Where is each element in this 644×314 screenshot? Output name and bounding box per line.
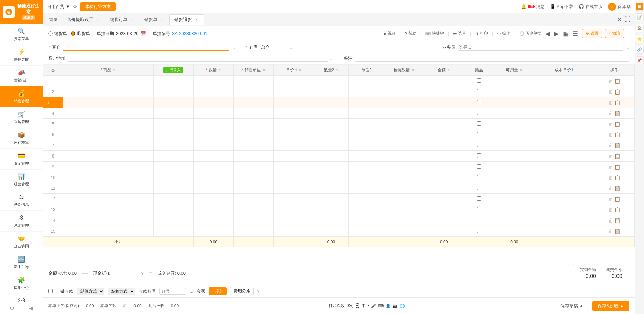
customer-dots[interactable]: ... — [231, 45, 235, 50]
gift-checkbox-1[interactable] — [477, 78, 481, 83]
salesperson-input[interactable] — [458, 44, 624, 51]
row-price-3[interactable] — [274, 97, 314, 108]
row-amount-1[interactable] — [424, 76, 464, 86]
gift-checkbox-13[interactable] — [477, 207, 481, 211]
account-input[interactable] — [159, 288, 186, 295]
copy-row-5[interactable]: 📋 — [614, 121, 620, 127]
copy-row-10[interactable]: 📋 — [614, 175, 620, 180]
copy-row-15[interactable]: 📋 — [614, 229, 620, 234]
copy-row-14[interactable]: 📋 — [614, 218, 620, 223]
sidebar-item-quicknav[interactable]: ⚡ 快捷导航 — [0, 45, 43, 66]
row-pkg-qty-2[interactable] — [384, 86, 424, 97]
history-btn[interactable]: 🕐 历史单据 — [519, 30, 541, 36]
row-qty-1[interactable] — [194, 76, 234, 86]
tab-sales-bill-close[interactable]: × — [159, 17, 165, 22]
right-panel-item-5[interactable]: 🔗 — [636, 46, 644, 54]
delete-row-9[interactable]: 🗑 — [608, 164, 613, 170]
next-doc-btn[interactable]: ▶ — [554, 30, 559, 37]
row-qty2-3[interactable] — [314, 97, 349, 108]
sidebar-collapse-btn[interactable]: ◀ — [29, 305, 33, 311]
gift-checkbox-3[interactable] — [477, 100, 481, 104]
row-qty2-2[interactable] — [314, 86, 349, 97]
tab-home[interactable]: 首页 — [44, 15, 62, 25]
scan-input-btn[interactable]: 扫码录入 — [163, 67, 183, 73]
gift-checkbox-2[interactable] — [477, 89, 481, 93]
doc-number-value[interactable]: SA-20230320-001 — [172, 31, 208, 36]
row-unit2-2[interactable] — [349, 86, 384, 97]
user-menu[interactable]: 人 徐泽华 — [608, 3, 631, 11]
discount-input[interactable] — [113, 271, 140, 276]
row-qty2-1[interactable] — [314, 76, 349, 86]
delete-row-7[interactable]: 🗑 — [608, 143, 613, 148]
row-pkg-qty-1[interactable] — [384, 76, 424, 86]
warehouse-value[interactable]: 总仓 — [260, 44, 286, 51]
row-product-3[interactable] — [63, 97, 153, 108]
logistics-btn[interactable]: + 物流 — [605, 29, 624, 38]
delete-row-8[interactable]: 🗑 — [608, 153, 613, 159]
row-pkg-qty-3[interactable] — [384, 97, 424, 108]
delete-row-1[interactable]: 🗑 — [608, 78, 613, 84]
prev-doc-btn[interactable]: ◀ — [545, 30, 550, 37]
table-settings-icon[interactable]: ⚙ — [51, 68, 55, 73]
row-unit2-3[interactable] — [349, 97, 384, 108]
delete-row-14[interactable]: 🗑 — [608, 218, 613, 223]
copy-row-11[interactable]: 📋 — [614, 186, 620, 191]
trial-btn[interactable]: 体验行业方案 — [80, 2, 116, 11]
right-panel-item-6[interactable]: 📌 — [636, 56, 644, 64]
sidebar-item-marketing[interactable]: 📣 营销推广 — [0, 66, 43, 86]
row-gift-2[interactable] — [464, 86, 494, 97]
copy-row-1[interactable]: 📋 — [614, 78, 620, 84]
doc-date-value[interactable]: 2023-03-20 — [116, 31, 139, 36]
address-input[interactable] — [68, 55, 328, 62]
gift-checkbox-8[interactable] — [477, 153, 481, 158]
tab-price-extract[interactable]: 售价提取设置 × — [62, 15, 105, 25]
sidebar-item-purchase[interactable]: 🛒 采购管理 — [0, 107, 43, 128]
copy-row-4[interactable]: 📋 — [614, 111, 620, 116]
radio-sales-bill-input[interactable] — [48, 31, 53, 36]
gift-checkbox-12[interactable] — [477, 196, 481, 201]
right-panel-item-4[interactable]: ⭐ — [636, 35, 644, 43]
remark-input[interactable] — [355, 55, 629, 62]
gift-checkbox-14[interactable] — [477, 218, 481, 222]
copy-row-9[interactable]: 📋 — [614, 164, 620, 170]
row-qty-2[interactable] — [194, 86, 234, 97]
copy-row-6[interactable]: 📋 — [614, 132, 620, 137]
help-btn[interactable]: ? 帮助 — [405, 30, 416, 36]
save-new-btn[interactable]: 保存&新增 ▲ — [592, 301, 629, 311]
row-unit-2[interactable] — [233, 86, 274, 97]
tab-fullscreen[interactable]: ⛶ — [625, 16, 631, 23]
row-product-1[interactable] — [63, 76, 153, 86]
copy-row-7[interactable]: 📋 — [614, 143, 620, 148]
address-dots[interactable]: ... — [330, 56, 334, 61]
add-payment-btn[interactable]: + 添加 — [209, 287, 227, 295]
salesperson-dots[interactable]: ... — [625, 45, 629, 50]
sidebar-item-inventory[interactable]: 📦 库存核算 — [0, 128, 43, 149]
radio-return-bill-input[interactable] — [71, 31, 75, 36]
sidebar-item-operations[interactable]: 📊 经营管理 — [0, 170, 43, 190]
gift-checkbox-15[interactable] — [477, 229, 481, 233]
right-panel-item-1[interactable]: 📋 — [636, 3, 644, 11]
calendar-icon[interactable]: 📅 — [141, 31, 146, 36]
tab-close-all[interactable]: ✕ — [617, 16, 622, 23]
product-input-3[interactable] — [65, 100, 151, 105]
row-amount-2[interactable] — [424, 86, 464, 97]
save-draft-btn[interactable]: 保存草稿 ▲ — [555, 301, 589, 311]
gift-checkbox-7[interactable] — [477, 143, 481, 147]
row-unit-1[interactable] — [233, 76, 274, 86]
tab-sales-return-close[interactable]: × — [194, 17, 199, 22]
row-price-2[interactable] — [274, 86, 314, 97]
tab-sales-return[interactable]: 销货退货 × — [169, 14, 204, 25]
radio-return-bill[interactable]: 退货单 — [71, 30, 90, 37]
delete-row-12[interactable]: 🗑 — [608, 196, 613, 202]
delete-row-5[interactable]: 🗑 — [608, 121, 613, 127]
payment-dots[interactable]: ... — [190, 289, 193, 294]
radio-sales-bill[interactable]: 销货单 — [48, 30, 67, 37]
select-btn[interactable]: ☰ 选单 — [453, 30, 466, 36]
right-panel-item-3[interactable]: 🏠 — [636, 24, 644, 32]
tab-price-extract-close[interactable]: × — [95, 17, 101, 22]
sidebar-settings-btn[interactable]: ⚙ — [10, 305, 14, 311]
delete-row-2[interactable]: 🗑 — [608, 89, 613, 95]
customer-input[interactable] — [63, 44, 229, 51]
settlement-select[interactable]: 结算方式 — [77, 288, 104, 295]
row-gift-1[interactable] — [464, 76, 494, 86]
